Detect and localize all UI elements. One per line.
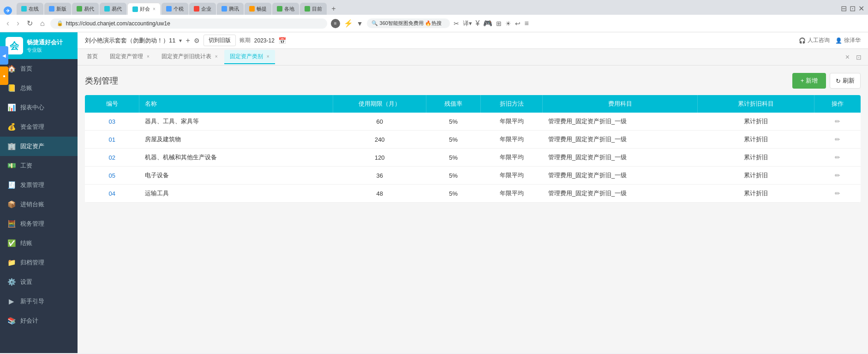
calendar-icon[interactable]: 📅 — [278, 37, 286, 44]
tab-category-close[interactable]: × — [267, 54, 269, 59]
brightness-icon[interactable]: ☀ — [505, 20, 511, 27]
logo-sub-text: 专业版 — [27, 47, 63, 54]
edit-button-3[interactable]: ✏ — [835, 172, 840, 179]
window-restore-button[interactable]: ⊡ — [853, 54, 864, 61]
sidebar-item-invoice[interactable]: 🧾 发票管理 — [0, 175, 78, 195]
browser-tab-corp[interactable]: 企业 — [189, 3, 216, 15]
sidebar-item-ledger[interactable]: 📒 总账 — [0, 78, 78, 98]
sidebar-label-invoice: 发票管理 — [20, 181, 44, 189]
tab-close-hao[interactable]: × — [153, 6, 156, 12]
more-icon: 📚 — [7, 317, 16, 325]
browser-tab-tencent[interactable]: 腾讯 — [217, 3, 244, 15]
expand-button[interactable]: ▼ — [357, 20, 363, 27]
customer-service[interactable]: 🎧 人工咨询 — [799, 36, 830, 44]
page-title: 类别管理 — [85, 75, 118, 86]
edit-button-2[interactable]: ✏ — [835, 154, 840, 161]
cell-method-2: 年限平均 — [480, 149, 542, 167]
translate-icon[interactable]: 译▾ — [463, 19, 472, 28]
browser-tab-current[interactable]: 目前 — [300, 3, 327, 15]
content-area: 类别管理 + 新增 ↻ 刷新 编号 名称 使用期限（月） 残值率 — [78, 66, 868, 353]
float-btn-2[interactable]: ● — [0, 66, 8, 85]
sidebar-label-home: 首页 — [20, 65, 32, 73]
cell-code-4: 04 — [85, 185, 139, 203]
sidebar-item-stock[interactable]: 📦 进销台账 — [0, 195, 78, 214]
sidebar-item-settings[interactable]: ⚙️ 设置 — [0, 272, 78, 292]
table-row: 05 电子设备 36 5% 年限平均 管理费用_固定资产折旧_一级 累计折旧 ✏ — [85, 167, 861, 185]
settings-icon: ⚙️ — [7, 278, 16, 286]
sidebar-item-funds[interactable]: 💰 资金管理 — [0, 117, 78, 137]
browser-tab-new[interactable]: 新版 — [44, 3, 71, 15]
back-button[interactable]: ‹ — [5, 18, 11, 29]
edit-button-0[interactable]: ✏ — [835, 118, 840, 125]
cell-accumulated-0: 累计折旧 — [698, 113, 814, 131]
reload-button[interactable]: ↻ — [25, 18, 35, 29]
add-button[interactable]: + 新增 — [792, 73, 826, 89]
cell-accumulated-3: 累计折旧 — [698, 167, 814, 185]
home-button[interactable]: ⌂ — [38, 18, 47, 29]
url-bar[interactable]: 🔒 https://cloud.chanjet.com/accounting/u… — [50, 18, 327, 29]
edit-button-4[interactable]: ✏ — [835, 190, 840, 197]
home-icon: 🏠 — [7, 65, 16, 73]
browser-tab-places[interactable]: 各地 — [272, 3, 299, 15]
page-tab-home[interactable]: 首页 — [81, 50, 103, 64]
page-tab-fixed-assets-mgmt[interactable]: 固定资产管理 × — [104, 50, 155, 64]
browser-tab-yid1[interactable]: 易代 — [72, 3, 99, 15]
col-accumulated: 累计折旧科目 — [698, 95, 814, 113]
browser-tab-tax[interactable]: 个税 — [162, 3, 188, 15]
search-box[interactable]: 🔍 360智能抠图免费用 🔥热搜 — [367, 18, 450, 28]
sidebar-label-more: 好会计 — [20, 317, 38, 325]
sidebar-item-guide[interactable]: ▶ 新手引导 — [0, 292, 78, 311]
lightning-button[interactable]: ⚡ — [344, 19, 353, 28]
sidebar-item-tax[interactable]: 🧮 税务管理 — [0, 214, 78, 234]
sidebar-item-archive[interactable]: 📁 归档管理 — [0, 253, 78, 272]
currency-icon[interactable]: ¥ — [476, 19, 480, 28]
sidebar-label-stock: 进销台账 — [20, 200, 44, 209]
browser-tab-online[interactable]: 在线 — [17, 3, 43, 15]
edit-button-1[interactable]: ✏ — [835, 136, 840, 143]
cell-expense-1: 管理费用_固定资产折旧_一级 — [543, 131, 698, 149]
tab-dep-stat-close[interactable]: × — [215, 54, 218, 59]
add-company-button[interactable]: + — [186, 36, 190, 45]
browser-tab-yid2[interactable]: 易代 — [100, 3, 126, 15]
new-tab-button[interactable]: + — [328, 3, 340, 15]
tax-icon: 🧮 — [7, 220, 16, 228]
sidebar-item-fixed-assets[interactable]: 🏢 固定资产 — [0, 137, 78, 156]
sidebar-item-salary[interactable]: 💵 工资 — [0, 156, 78, 175]
browser-tab-chang[interactable]: 畅提 — [245, 3, 271, 15]
url-text: https://cloud.chanjet.com/accounting/uw1… — [66, 20, 170, 27]
site-info-button[interactable]: ≡ — [331, 19, 340, 28]
game-icon[interactable]: 🎮 — [483, 19, 492, 28]
user-name: 徐泽华 — [844, 36, 861, 44]
dropdown-arrow[interactable]: ▾ — [179, 37, 182, 44]
menu-icon[interactable]: ≡ — [524, 19, 528, 28]
funds-icon: 💰 — [7, 123, 16, 131]
settings-button[interactable]: ⚙ — [194, 37, 200, 44]
forward-button[interactable]: › — [15, 18, 21, 29]
cell-action-1: ✏ — [814, 131, 861, 149]
archive-icon: 📁 — [7, 258, 16, 267]
salary-icon: 💵 — [7, 162, 16, 170]
window-close-button[interactable]: × — [843, 53, 852, 61]
switch-version-button[interactable]: 切到旧版 — [204, 35, 236, 46]
sidebar-label-funds: 资金管理 — [20, 123, 44, 131]
period-value: 2023-12 — [254, 37, 275, 44]
float-btn-1[interactable]: ◀ — [0, 46, 8, 65]
refresh-button[interactable]: ↻ 刷新 — [830, 73, 861, 89]
undo-icon[interactable]: ↩ — [515, 20, 521, 27]
tab-fa-mgmt-close[interactable]: × — [147, 54, 150, 59]
sidebar-item-more[interactable]: 📚 好会计 — [0, 311, 78, 330]
cell-expense-2: 管理费用_固定资产折旧_一级 — [543, 149, 698, 167]
sidebar-item-reports[interactable]: 📊 报表中心 — [0, 98, 78, 117]
user-profile[interactable]: 👤 徐泽华 — [835, 36, 861, 44]
sidebar-label-ledger: 总账 — [20, 84, 32, 92]
grid-icon[interactable]: ⊞ — [496, 20, 502, 27]
sidebar-label-reports: 报表中心 — [20, 103, 44, 112]
browser-tab-hao[interactable]: 好会 × — [127, 3, 161, 15]
page-tab-category[interactable]: 固定资产类别 × — [224, 50, 275, 64]
cell-residual-4: 5% — [426, 185, 481, 203]
cell-method-3: 年限平均 — [480, 167, 542, 185]
sidebar-item-checkout[interactable]: ✅ 结账 — [0, 234, 78, 253]
scissors-icon[interactable]: ✂ — [454, 20, 459, 27]
page-tab-depreciation-stat[interactable]: 固定资产折旧统计表 × — [156, 50, 223, 64]
sidebar-item-home[interactable]: 🏠 首页 — [0, 59, 78, 78]
